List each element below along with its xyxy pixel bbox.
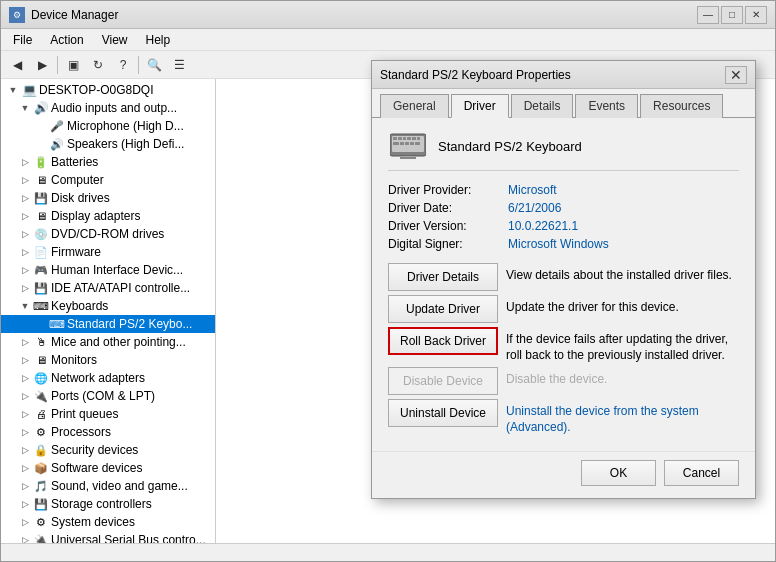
device-header: Standard PS/2 Keyboard <box>388 130 739 171</box>
driver-buttons: Driver Details View details about the in… <box>388 263 739 439</box>
dialog-overlay: Standard PS/2 Keyboard Properties ✕ Gene… <box>0 0 776 562</box>
uninstall-device-row: Uninstall Device Uninstall the device fr… <box>388 399 739 435</box>
roll-back-driver-button[interactable]: Roll Back Driver <box>388 327 498 355</box>
driver-provider-row: Driver Provider: Microsoft <box>388 183 739 197</box>
dialog-title: Standard PS/2 Keyboard Properties <box>380 68 571 82</box>
uninstall-device-desc: Uninstall the device from the system (Ad… <box>506 399 739 435</box>
tab-details[interactable]: Details <box>511 94 574 118</box>
dialog-titlebar: Standard PS/2 Keyboard Properties ✕ <box>372 61 755 89</box>
disable-device-button[interactable]: Disable Device <box>388 367 498 395</box>
dialog-tabs: General Driver Details Events Resources <box>372 89 755 118</box>
update-driver-row: Update Driver Update the driver for this… <box>388 295 739 323</box>
svg-rect-6 <box>412 137 416 140</box>
provider-value: Microsoft <box>508 183 557 197</box>
svg-rect-3 <box>398 137 402 140</box>
tab-resources[interactable]: Resources <box>640 94 723 118</box>
svg-rect-14 <box>400 157 416 159</box>
disable-device-desc: Disable the device. <box>506 367 607 388</box>
version-label: Driver Version: <box>388 219 508 233</box>
properties-dialog: Standard PS/2 Keyboard Properties ✕ Gene… <box>371 60 756 499</box>
dialog-footer: OK Cancel <box>372 451 755 498</box>
tab-driver[interactable]: Driver <box>451 94 509 118</box>
dialog-close-button[interactable]: ✕ <box>725 66 747 84</box>
svg-rect-5 <box>407 137 411 140</box>
disable-device-row: Disable Device Disable the device. <box>388 367 739 395</box>
ok-button[interactable]: OK <box>581 460 656 486</box>
tab-events[interactable]: Events <box>575 94 638 118</box>
update-driver-button[interactable]: Update Driver <box>388 295 498 323</box>
device-name: Standard PS/2 Keyboard <box>438 139 582 154</box>
svg-rect-4 <box>403 137 406 140</box>
svg-rect-8 <box>393 142 399 145</box>
svg-rect-7 <box>417 137 420 140</box>
uninstall-device-button[interactable]: Uninstall Device <box>388 399 498 427</box>
date-label: Driver Date: <box>388 201 508 215</box>
driver-date-row: Driver Date: 6/21/2006 <box>388 201 739 215</box>
driver-version-row: Driver Version: 10.0.22621.1 <box>388 219 739 233</box>
update-driver-desc: Update the driver for this device. <box>506 295 679 316</box>
svg-rect-12 <box>415 142 420 145</box>
roll-back-driver-row: Roll Back Driver If the device fails aft… <box>388 327 739 363</box>
roll-back-driver-desc: If the device fails after updating the d… <box>506 327 739 363</box>
svg-rect-10 <box>405 142 409 145</box>
driver-details-button[interactable]: Driver Details <box>388 263 498 291</box>
cancel-button[interactable]: Cancel <box>664 460 739 486</box>
driver-info-table: Driver Provider: Microsoft Driver Date: … <box>388 183 739 251</box>
provider-label: Driver Provider: <box>388 183 508 197</box>
digital-signer-row: Digital Signer: Microsoft Windows <box>388 237 739 251</box>
signer-value: Microsoft Windows <box>508 237 609 251</box>
svg-rect-9 <box>400 142 404 145</box>
signer-label: Digital Signer: <box>388 237 508 251</box>
svg-rect-2 <box>393 137 397 140</box>
driver-details-desc: View details about the installed driver … <box>506 263 732 284</box>
date-value: 6/21/2006 <box>508 201 561 215</box>
dialog-driver-content: Standard PS/2 Keyboard Driver Provider: … <box>372 118 755 451</box>
version-value: 10.0.22621.1 <box>508 219 578 233</box>
tab-general[interactable]: General <box>380 94 449 118</box>
device-icon <box>388 130 428 162</box>
driver-details-row: Driver Details View details about the in… <box>388 263 739 291</box>
svg-rect-11 <box>410 142 414 145</box>
